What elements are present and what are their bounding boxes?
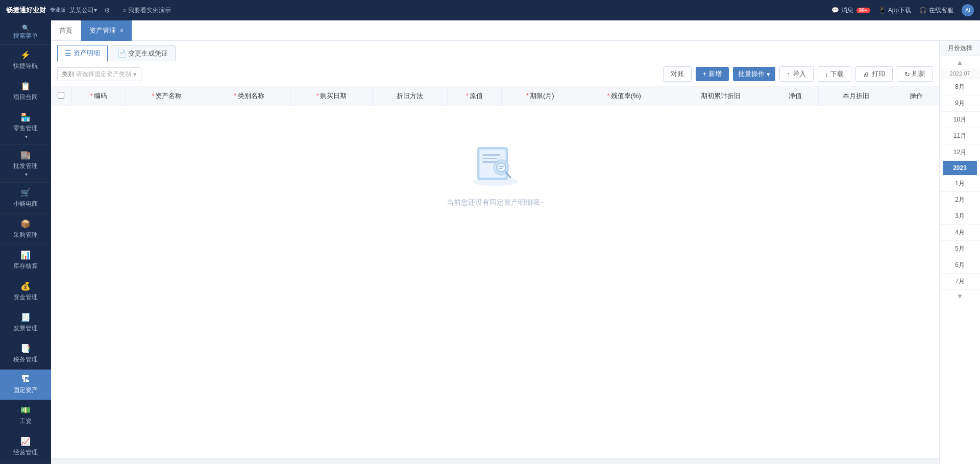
- sidebar-search[interactable]: 🔍 搜索菜单: [0, 20, 51, 45]
- download-button[interactable]: ↓ 下载: [818, 66, 852, 82]
- customer-service-button[interactable]: 🎧 在线客服: [919, 6, 953, 15]
- salary-icon: 💵: [20, 405, 31, 415]
- top-bar: 畅捷通好业财 专业版 某某公司 ▾ ⚙ ○ 我要看实例演示 💬 消息 99+ 📱…: [0, 0, 980, 20]
- sidebar-item-tax[interactable]: 📑 税务管理: [0, 338, 51, 370]
- sidebar-item-retail[interactable]: 🏪 零售管理 ▾: [0, 107, 51, 145]
- purchase-icon: 📦: [20, 219, 31, 229]
- select-all-checkbox[interactable]: [58, 92, 64, 99]
- sidebar-item-salary[interactable]: 💵 工资: [0, 400, 51, 431]
- fixed-assets-label: 固定资产: [13, 386, 38, 395]
- page-content: ☰ 资产明细 📄 变更生成凭证 类别 请选择固定资产类别 ▾: [51, 41, 980, 464]
- refresh-label: 刷新: [912, 69, 925, 79]
- reconcile-label: 对账: [671, 69, 684, 79]
- table-select-all-col: [51, 86, 71, 106]
- nav-up-icon: ▲: [957, 58, 964, 66]
- app-download-button[interactable]: 📱 App下载: [878, 6, 911, 15]
- inventory-label: 库存核算: [13, 262, 38, 271]
- print-button[interactable]: 🖨 打印: [855, 66, 893, 82]
- business-icon: 📈: [20, 436, 31, 446]
- import-button[interactable]: ↑ 导入: [779, 66, 814, 82]
- sidebar-item-funds[interactable]: 💰 资金管理: [0, 276, 51, 307]
- business-label: 经营管理: [13, 448, 38, 457]
- month-item-5[interactable]: 5月: [940, 241, 980, 257]
- sub-tab-change-voucher[interactable]: 📄 变更生成凭证: [110, 45, 176, 61]
- month-item-7[interactable]: 7月: [940, 274, 980, 290]
- month-panel-header: 月份选择: [940, 41, 980, 56]
- sidebar: 🔍 搜索菜单 ⚡ 快捷导航 📋 项目合同 🏪 零售管理 ▾ 🏬 批发管理 ▾ 🛒…: [0, 20, 51, 464]
- invoice-icon: 🧾: [20, 312, 31, 322]
- content-area: 首页 资产管理 × ☰ 资产明细 📄 变更生成凭证: [51, 20, 980, 464]
- message-button[interactable]: 💬 消息 99+: [831, 6, 870, 15]
- sidebar-item-quick-nav[interactable]: ⚡ 快捷导航: [0, 45, 51, 76]
- col-category-name: *类别名称: [208, 86, 290, 106]
- sidebar-item-project-contract[interactable]: 📋 项目合同: [0, 76, 51, 107]
- add-button[interactable]: + 新增: [696, 67, 729, 81]
- tax-icon: 📑: [20, 344, 31, 353]
- demo-link[interactable]: ○ 我要看实例演示: [122, 6, 171, 15]
- dropdown-chevron-icon: ▾: [94, 7, 97, 14]
- nav-down-icon: ▼: [957, 292, 964, 300]
- sidebar-item-fixed-assets[interactable]: 🏗 固定资产: [0, 370, 51, 400]
- sidebar-item-inventory[interactable]: 📊 库存核算: [0, 245, 51, 276]
- empty-state: 当前您还没有固定资产明细哦~: [51, 106, 939, 238]
- main-panel: ☰ 资产明细 📄 变更生成凭证 类别 请选择固定资产类别 ▾: [51, 41, 939, 464]
- retail-label: 零售管理: [13, 124, 38, 133]
- empty-illustration: [464, 137, 526, 188]
- message-icon: 💬: [831, 7, 839, 14]
- refresh-button[interactable]: ↻ 刷新: [897, 66, 933, 82]
- purchase-label: 采购管理: [13, 231, 38, 239]
- company-dropdown[interactable]: 某某公司 ▾: [69, 6, 97, 15]
- month-nav-up[interactable]: ▲: [940, 56, 980, 68]
- tab-bar: 首页 资产管理 ×: [51, 20, 980, 41]
- asset-detail-icon: ☰: [65, 49, 71, 57]
- sidebar-item-wholesale[interactable]: 🏬 批发管理 ▾: [0, 145, 51, 183]
- month-item-3[interactable]: 3月: [940, 208, 980, 225]
- sidebar-item-business[interactable]: 📈 经营管理: [0, 431, 51, 462]
- col-monthly-dep: 本月折旧: [818, 86, 893, 106]
- month-item-4[interactable]: 4月: [940, 225, 980, 241]
- month-panel: 月份选择 ▲ 2022.07 8月 9月 10月 11月: [939, 41, 980, 464]
- col-period-months: *期限(月): [501, 86, 579, 106]
- demo-link-text: 我要看实例演示: [128, 6, 171, 15]
- month-item-6[interactable]: 6月: [940, 257, 980, 274]
- reconcile-button[interactable]: 对账: [663, 66, 692, 82]
- month-nav-down[interactable]: ▼: [940, 290, 980, 302]
- app-subtitle: 专业版: [50, 7, 65, 14]
- retail-arrow-icon: ▾: [25, 134, 28, 139]
- year-display: 2022.07: [940, 68, 980, 79]
- avatar-text: Ai: [965, 7, 970, 13]
- toolbar-left: 类别 请选择固定资产类别 ▾: [57, 67, 659, 81]
- month-item-2[interactable]: 2月: [940, 192, 980, 208]
- sidebar-item-invoice[interactable]: 🧾 发票管理: [0, 307, 51, 338]
- month-item-8[interactable]: 8月: [940, 79, 980, 95]
- month-item-9[interactable]: 9月: [940, 95, 980, 112]
- settings-icon[interactable]: ⚙: [104, 7, 110, 14]
- top-actions: 💬 消息 99+ 📱 App下载 🎧 在线客服 Ai: [831, 4, 974, 16]
- retail-icon: 🏪: [20, 112, 31, 122]
- import-icon: ↑: [787, 70, 791, 78]
- category-select[interactable]: 类别 请选择固定资产类别 ▾: [57, 67, 141, 81]
- tax-label: 税务管理: [13, 355, 38, 364]
- batch-ops-label: 批量操作: [738, 69, 765, 79]
- month-item-11[interactable]: 11月: [940, 128, 980, 144]
- print-icon: 🖨: [863, 70, 870, 78]
- month-item-1[interactable]: 1月: [940, 176, 980, 192]
- inventory-icon: 📊: [20, 250, 31, 260]
- tab-close-icon[interactable]: ×: [120, 27, 124, 34]
- sidebar-item-ecommerce[interactable]: 🛒 小畅电商: [0, 183, 51, 214]
- user-avatar[interactable]: Ai: [962, 4, 974, 16]
- tab-home[interactable]: 首页: [51, 20, 81, 41]
- scroll-area[interactable]: [51, 458, 939, 464]
- col-accumulated-dep: 期初累计折旧: [669, 86, 772, 106]
- sub-tab-asset-detail[interactable]: ☰ 资产明细: [57, 45, 108, 62]
- app-download-label: App下载: [888, 6, 911, 15]
- customer-service-label: 在线客服: [929, 6, 953, 15]
- year-2023[interactable]: 2023: [943, 161, 977, 176]
- svg-rect-12: [499, 168, 502, 169]
- assets-table: *编码 *资产名称 *类别名称 *购买日期 折旧方法 *原值 *期限(月) *残…: [51, 86, 939, 238]
- sidebar-item-purchase[interactable]: 📦 采购管理: [0, 214, 51, 245]
- batch-ops-button[interactable]: 批量操作 ▾: [733, 67, 775, 81]
- month-item-10[interactable]: 10月: [940, 112, 980, 128]
- tab-assets-management[interactable]: 资产管理 ×: [81, 20, 132, 41]
- month-item-12[interactable]: 12月: [940, 144, 980, 161]
